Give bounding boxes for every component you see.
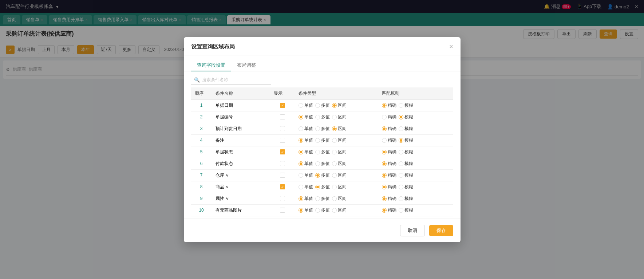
dialog-search-area: 🔍 xyxy=(184,71,461,82)
modal-overlay: 设置查询区域布局 × 查询字段设置 布局调整 🔍 顺序 xyxy=(0,0,644,82)
dialog-close-btn[interactable]: × xyxy=(449,43,453,51)
search-input[interactable] xyxy=(202,77,260,82)
search-icon: 🔍 xyxy=(194,77,200,82)
dialog-tab-query-fields-label: 查询字段设置 xyxy=(197,62,225,68)
dialog-tab-query-fields[interactable]: 查询字段设置 xyxy=(191,60,231,71)
dialog-tab-layout-label: 布局调整 xyxy=(237,62,256,68)
dialog-tab-layout[interactable]: 布局调整 xyxy=(231,60,262,71)
dialog-tabs: 查询字段设置 布局调整 xyxy=(184,55,461,71)
dialog-title: 设置查询区域布局 xyxy=(191,43,235,50)
dialog-header: 设置查询区域布局 × xyxy=(184,37,461,55)
settings-dialog: 设置查询区域布局 × 查询字段设置 布局调整 🔍 顺序 xyxy=(184,37,461,82)
search-input-wrap: 🔍 xyxy=(191,76,271,82)
